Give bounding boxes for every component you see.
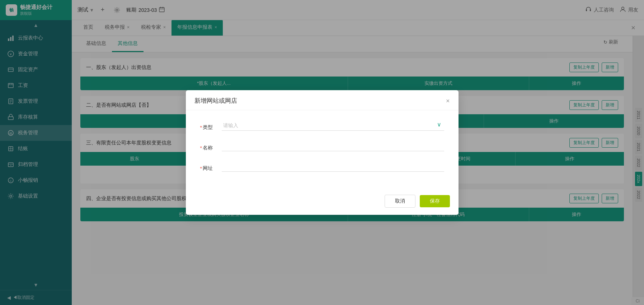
modal-header: 新增网站或网店 × [186, 90, 459, 110]
url-input[interactable] [222, 161, 444, 172]
modal-add-website: 新增网站或网店 × * 类型 ∨ * 名称 [186, 90, 459, 215]
name-input-wrap [222, 141, 444, 151]
type-label: * 类型 [200, 124, 222, 131]
type-input-wrap: ∨ [222, 120, 444, 131]
name-required-mark: * [200, 145, 202, 151]
modal-body: * 类型 ∨ * 名称 * [186, 110, 459, 190]
name-label: * 名称 [200, 145, 222, 151]
type-input[interactable] [222, 120, 444, 131]
name-label-text: 名称 [203, 145, 213, 151]
modal-close-button[interactable]: × [446, 98, 450, 104]
cancel-button[interactable]: 取消 [385, 195, 415, 208]
save-button[interactable]: 保存 [420, 195, 450, 207]
url-label: * 网址 [200, 165, 222, 172]
name-input[interactable] [222, 141, 444, 151]
form-row-type: * 类型 ∨ [200, 120, 444, 131]
form-row-name: * 名称 [200, 141, 444, 151]
url-input-wrap [222, 161, 444, 172]
url-required-mark: * [200, 166, 202, 171]
modal-footer: 取消 保存 [186, 190, 459, 215]
url-label-text: 网址 [203, 165, 213, 172]
modal-title: 新增网站或网店 [194, 97, 237, 105]
type-label-text: 类型 [203, 124, 213, 131]
modal-overlay: 新增网站或网店 × * 类型 ∨ * 名称 [0, 0, 644, 305]
type-required-mark: * [200, 125, 202, 130]
form-row-url: * 网址 [200, 161, 444, 172]
